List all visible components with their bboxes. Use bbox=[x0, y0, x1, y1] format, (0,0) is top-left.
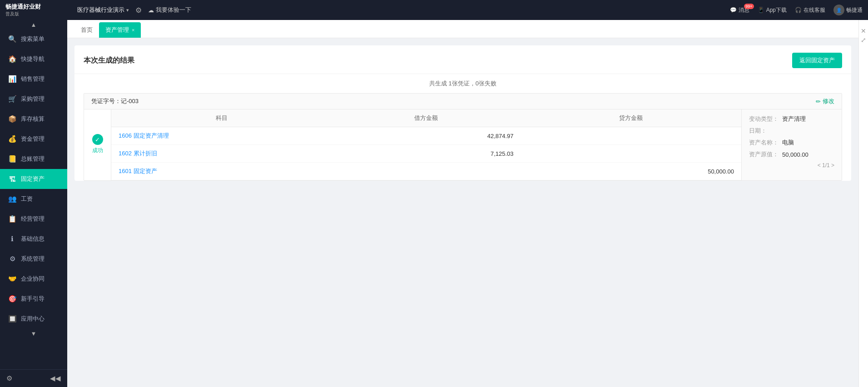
inventory-icon: 📦 bbox=[8, 115, 16, 123]
edit-label: 修改 bbox=[823, 97, 834, 105]
change-type-value: 资产清理 bbox=[782, 115, 806, 123]
table-row: 1606 固定资产清理 42,874.97 bbox=[111, 127, 741, 145]
cell-subject: 1606 固定资产清理 bbox=[111, 127, 332, 145]
pagination[interactable]: < 1/1 > bbox=[749, 162, 834, 169]
page-content: 本次生成的结果 返回固定资产 共生成 1张凭证，0张失败 凭证字号：记-003 … bbox=[67, 38, 858, 387]
customer-service-btn[interactable]: 🎧 在线客服 bbox=[795, 6, 825, 14]
top-header: 畅捷通好业财 普及版 医疗器械行业演示 ▾ ⚙ ☁ 我要体验一下 💬 消息 99… bbox=[0, 0, 868, 20]
edit-button[interactable]: ✏ 修改 bbox=[816, 97, 834, 105]
sidebar-label-purchase: 采购管理 bbox=[21, 95, 45, 103]
sidebar-item-quicknav[interactable]: 🏠 快捷导航 bbox=[0, 49, 67, 69]
main-table: ✓ 成功 科目 借方金额 bbox=[84, 109, 742, 180]
header-middle: 医疗器械行业演示 ▾ ⚙ ☁ 我要体验一下 bbox=[77, 5, 730, 15]
asset-name-label: 资产名称： bbox=[749, 139, 779, 147]
sidebar-item-inventory[interactable]: 📦 库存核算 bbox=[0, 109, 67, 129]
sidebar-label-payroll: 工资 bbox=[21, 195, 33, 203]
sidebar-item-ledger[interactable]: 📒 总账管理 bbox=[0, 149, 67, 169]
logo-area: 畅捷通好业财 普及版 bbox=[5, 3, 73, 17]
col-debit: 借方金额 bbox=[332, 109, 521, 127]
sidebar-scroll-up[interactable]: ▲ bbox=[0, 20, 67, 29]
sidebar-item-funds[interactable]: 💰 资金管理 bbox=[0, 129, 67, 149]
table-row: 1601 固定资产 50,000.00 bbox=[111, 163, 741, 180]
collapse-icon[interactable]: ◀◀ bbox=[50, 374, 61, 382]
basic-icon: ℹ bbox=[8, 235, 16, 243]
main-layout: ▲ 🔍 搜索菜单 🏠 快捷导航 📊 销售管理 🛒 采购管理 📦 库存核算 💰 资… bbox=[0, 20, 868, 387]
date-label: 日期： bbox=[749, 127, 767, 135]
purchase-icon: 🛒 bbox=[8, 95, 16, 103]
entries-table: 科目 借方金额 贷方金额 1606 固定资产清理 42,874.97 1 bbox=[111, 109, 741, 180]
tab-close-icon[interactable]: × bbox=[132, 27, 134, 33]
settings-icon[interactable]: ⚙ bbox=[133, 5, 144, 15]
header-right: 💬 消息 99+ 📱 App下载 🎧 在线客服 👤 畅捷通 bbox=[730, 5, 863, 15]
tab-bar: 首页 资产管理 × bbox=[67, 20, 858, 38]
sidebar-item-basic[interactable]: ℹ 基础信息 bbox=[0, 229, 67, 249]
sidebar-item-search[interactable]: 🔍 搜索菜单 bbox=[0, 29, 67, 49]
company-selector[interactable]: 医疗器械行业演示 ▾ bbox=[77, 6, 129, 14]
avatar: 👤 bbox=[833, 5, 844, 15]
close-panel-icon[interactable]: ✕ bbox=[861, 27, 866, 35]
funds-icon: 💰 bbox=[8, 135, 16, 143]
sidebar-item-sales[interactable]: 📊 销售管理 bbox=[0, 69, 67, 89]
voucher-header-row: 凭证字号：记-003 ✏ 修改 bbox=[84, 94, 842, 109]
sidebar-label-guide: 新手引导 bbox=[21, 295, 45, 303]
sidebar-item-purchase[interactable]: 🛒 采购管理 bbox=[0, 89, 67, 109]
status-column: ✓ 成功 bbox=[84, 109, 111, 180]
asset-value-value: 50,000.00 bbox=[782, 151, 808, 158]
sidebar-label-operations: 经营管理 bbox=[21, 215, 45, 223]
customer-service-label: 在线客服 bbox=[804, 6, 825, 14]
cell-subject: 1602 累计折旧 bbox=[111, 145, 332, 163]
sidebar-label-quicknav: 快捷导航 bbox=[21, 55, 45, 63]
sidebar-item-payroll[interactable]: 👥 工资 bbox=[0, 189, 67, 209]
app-download-btn[interactable]: 📱 App下载 bbox=[758, 6, 787, 14]
tab-asset-management[interactable]: 资产管理 × bbox=[99, 22, 141, 38]
sidebar-label-inventory: 库存核算 bbox=[21, 115, 45, 123]
sidebar-item-cooperation[interactable]: 🤝 企业协同 bbox=[0, 269, 67, 289]
sidebar-label-basic: 基础信息 bbox=[21, 235, 45, 243]
success-circle: ✓ bbox=[92, 134, 103, 145]
cell-debit: 7,125.03 bbox=[332, 145, 521, 163]
guide-icon: 🎯 bbox=[8, 295, 16, 303]
trial-button[interactable]: ☁ 我要体验一下 bbox=[148, 6, 191, 14]
appcenter-icon: 🔲 bbox=[8, 315, 16, 323]
success-label: 成功 bbox=[92, 147, 103, 154]
result-card: 本次生成的结果 返回固定资产 共生成 1张凭证，0张失败 凭证字号：记-003 … bbox=[74, 45, 851, 181]
sidebar-label-ledger: 总账管理 bbox=[21, 155, 45, 163]
return-button[interactable]: 返回固定资产 bbox=[792, 53, 842, 68]
sidebar-label-funds: 资金管理 bbox=[21, 135, 45, 143]
settings-bottom-icon[interactable]: ⚙ bbox=[6, 374, 12, 382]
cooperation-icon: 🤝 bbox=[8, 275, 16, 283]
sidebar-label-fixedassets: 固定资产 bbox=[21, 175, 45, 183]
edit-icon: ✏ bbox=[816, 98, 821, 105]
voucher-section: 凭证字号：记-003 ✏ 修改 bbox=[84, 93, 842, 181]
trial-label: 我要体验一下 bbox=[156, 6, 191, 14]
app-download-label: App下载 bbox=[766, 6, 787, 14]
user-menu[interactable]: 👤 畅捷通 bbox=[833, 5, 863, 15]
expand-panel-icon[interactable]: ⤢ bbox=[861, 36, 866, 44]
voucher-table: ✓ 成功 科目 借方金额 bbox=[84, 109, 842, 180]
data-column: 科目 借方金额 贷方金额 1606 固定资产清理 42,874.97 1 bbox=[111, 109, 741, 180]
panel-controls: ✕ ⤢ bbox=[858, 20, 868, 387]
sidebar-scroll-down[interactable]: ▼ bbox=[0, 329, 67, 338]
sidebar-item-operations[interactable]: 📋 经营管理 bbox=[0, 209, 67, 229]
payroll-icon: 👥 bbox=[8, 195, 16, 203]
page-title: 本次生成的结果 bbox=[84, 56, 134, 65]
sidebar-item-system[interactable]: ⚙ 系统管理 bbox=[0, 249, 67, 269]
search-icon: 🔍 bbox=[8, 35, 16, 43]
tab-home[interactable]: 首页 bbox=[74, 22, 99, 38]
col-credit: 贷方金额 bbox=[521, 109, 741, 127]
sales-icon: 📊 bbox=[8, 75, 16, 83]
logo-text: 畅捷通好业财 bbox=[5, 3, 41, 11]
sidebar-item-fixedassets[interactable]: 🏗 固定资产 bbox=[0, 169, 67, 189]
chevron-down-icon: ▾ bbox=[126, 7, 129, 13]
sidebar-label-sales: 销售管理 bbox=[21, 75, 45, 83]
sidebar-label-cooperation: 企业协同 bbox=[21, 275, 45, 283]
sidebar-item-guide[interactable]: 🎯 新手引导 bbox=[0, 289, 67, 309]
cell-subject: 1601 固定资产 bbox=[111, 163, 332, 180]
content-area: 首页 资产管理 × 本次生成的结果 返回固定资产 共生成 1张凭证，0张失败 凭… bbox=[67, 20, 858, 387]
messages-btn[interactable]: 💬 消息 99+ bbox=[730, 6, 749, 14]
col-subject: 科目 bbox=[111, 109, 332, 127]
sidebar-item-appcenter[interactable]: 🔲 应用中心 bbox=[0, 309, 67, 329]
asset-name-row: 资产名称： 电脑 bbox=[749, 139, 834, 147]
asset-name-value: 电脑 bbox=[782, 139, 794, 147]
messages-badge: 99+ bbox=[744, 4, 754, 9]
